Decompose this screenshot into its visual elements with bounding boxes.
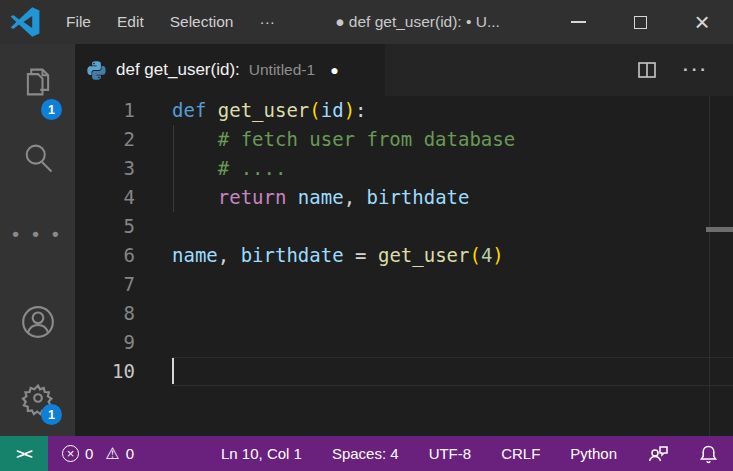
activitybar-more[interactable]: • • • bbox=[0, 196, 75, 272]
code-text bbox=[135, 212, 172, 241]
overview-ruler-border bbox=[709, 96, 710, 436]
warnings-count: 0 bbox=[126, 445, 134, 462]
line-number[interactable]: 1 bbox=[75, 96, 135, 125]
line-number[interactable]: 2 bbox=[75, 125, 135, 154]
explorer-badge: 1 bbox=[41, 99, 62, 120]
title-bar: File Edit Selection ··· ● def get_user(i… bbox=[0, 0, 733, 44]
code-text: # fetch user from database bbox=[135, 125, 515, 154]
menu-file[interactable]: File bbox=[53, 9, 104, 35]
menu-overflow[interactable]: ··· bbox=[246, 9, 288, 35]
line-number[interactable]: 10 bbox=[75, 357, 135, 386]
code-line[interactable]: 4 return name, birthdate bbox=[75, 183, 733, 212]
code-token: get_user bbox=[218, 99, 310, 121]
code-text bbox=[135, 357, 172, 386]
tab-dirty-indicator[interactable]: ● bbox=[330, 62, 338, 78]
code-token: , bbox=[218, 244, 241, 266]
ellipsis-icon: • • • bbox=[12, 223, 63, 245]
search-icon bbox=[20, 140, 56, 176]
indentation-status[interactable]: Spaces: 4 bbox=[332, 445, 399, 462]
code-token bbox=[206, 99, 217, 121]
code-line[interactable]: 1def get_user(id): bbox=[75, 96, 733, 125]
activity-bar: 1 • • • 1 bbox=[0, 44, 75, 436]
code-text bbox=[135, 270, 172, 299]
maximize-button[interactable] bbox=[609, 0, 671, 44]
activitybar-settings[interactable]: 1 bbox=[0, 360, 75, 436]
code-token: , bbox=[344, 186, 367, 208]
indent-guide bbox=[173, 183, 174, 212]
line-number[interactable]: 6 bbox=[75, 241, 135, 270]
line-number[interactable]: 7 bbox=[75, 270, 135, 299]
text-cursor bbox=[172, 358, 174, 384]
settings-badge: 1 bbox=[41, 404, 62, 425]
vscode-logo-icon bbox=[10, 7, 40, 37]
cursor-position-status[interactable]: Ln 10, Col 1 bbox=[221, 445, 302, 462]
encoding-status[interactable]: UTF-8 bbox=[429, 445, 472, 462]
line-number[interactable]: 5 bbox=[75, 212, 135, 241]
remote-indicator[interactable]: >< bbox=[0, 436, 48, 471]
activitybar-accounts[interactable] bbox=[0, 284, 75, 360]
code-text bbox=[135, 328, 172, 357]
code-token: : bbox=[355, 99, 366, 121]
status-bar-right: Ln 10, Col 1 Spaces: 4 UTF-8 CRLF Python bbox=[221, 444, 733, 464]
line-number[interactable]: 9 bbox=[75, 328, 135, 357]
notifications-bell-icon[interactable] bbox=[699, 444, 718, 464]
code-token: = bbox=[344, 244, 378, 266]
errors-icon: × bbox=[62, 445, 79, 462]
menu-bar: File Edit Selection ··· bbox=[53, 9, 288, 35]
code-token: ) bbox=[492, 244, 503, 266]
window-controls: × bbox=[547, 0, 733, 44]
code-line[interactable]: 3 # .... bbox=[75, 154, 733, 183]
python-icon bbox=[86, 60, 107, 81]
code-line[interactable]: 7 bbox=[75, 270, 733, 299]
account-icon bbox=[19, 303, 57, 341]
code-line[interactable]: 10 bbox=[75, 357, 733, 386]
problems-status[interactable]: × 0 ⚠ 0 bbox=[48, 444, 144, 463]
scrollbar-marker[interactable] bbox=[706, 227, 733, 232]
code-line[interactable]: 6name, birthdate = get_user(4) bbox=[75, 241, 733, 270]
code-token: ( bbox=[309, 99, 320, 121]
code-token: birthdate bbox=[367, 186, 470, 208]
activitybar-search[interactable] bbox=[0, 120, 75, 196]
feedback-icon[interactable] bbox=[647, 444, 669, 464]
more-actions-icon[interactable]: ··· bbox=[683, 60, 709, 80]
close-icon: × bbox=[694, 9, 709, 35]
split-editor-icon[interactable] bbox=[638, 62, 656, 78]
menu-selection[interactable]: Selection bbox=[157, 9, 247, 35]
line-number[interactable]: 4 bbox=[75, 183, 135, 212]
indent-guide bbox=[173, 125, 174, 154]
tab-bar: def get_user(id): Untitled-1 ● ··· bbox=[75, 44, 733, 96]
maximize-icon bbox=[634, 16, 647, 29]
tab-untitled-1[interactable]: def get_user(id): Untitled-1 ● bbox=[75, 44, 385, 96]
tab-description: Untitled-1 bbox=[249, 61, 315, 79]
code-line[interactable]: 8 bbox=[75, 299, 733, 328]
line-number[interactable]: 8 bbox=[75, 299, 135, 328]
current-line-highlight bbox=[172, 357, 733, 386]
line-number[interactable]: 3 bbox=[75, 154, 135, 183]
code-token: name bbox=[298, 186, 344, 208]
minimize-button[interactable] bbox=[547, 0, 609, 44]
code-token: name bbox=[172, 244, 218, 266]
code-token: get_user bbox=[378, 244, 470, 266]
code-text: return name, birthdate bbox=[135, 183, 469, 212]
eol-status[interactable]: CRLF bbox=[501, 445, 540, 462]
code-line[interactable]: 2 # fetch user from database bbox=[75, 125, 733, 154]
code-text: def get_user(id): bbox=[135, 96, 367, 125]
code-line[interactable]: 5 bbox=[75, 212, 733, 241]
menu-edit[interactable]: Edit bbox=[104, 9, 157, 35]
code-text bbox=[135, 299, 172, 328]
warnings-icon: ⚠ bbox=[105, 444, 119, 463]
code-token: # .... bbox=[172, 157, 286, 179]
code-editor[interactable]: 1def get_user(id):2 # fetch user from da… bbox=[75, 96, 733, 436]
window-title: ● def get_user(id): • U... bbox=[288, 13, 547, 31]
code-token: return bbox=[218, 186, 287, 208]
activitybar-explorer[interactable]: 1 bbox=[0, 44, 75, 120]
close-button[interactable]: × bbox=[671, 0, 733, 44]
code-token: ) bbox=[344, 99, 355, 121]
files-icon bbox=[20, 64, 56, 100]
minimize-icon bbox=[571, 21, 586, 23]
code-token: # fetch user from database bbox=[172, 128, 515, 150]
remote-icon: >< bbox=[16, 445, 32, 462]
code-line[interactable]: 9 bbox=[75, 328, 733, 357]
language-mode-status[interactable]: Python bbox=[570, 445, 617, 462]
code-token bbox=[172, 186, 218, 208]
